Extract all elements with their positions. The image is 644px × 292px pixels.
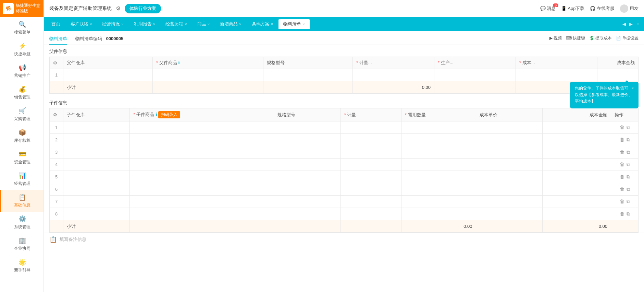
child-row-8-unit-cost[interactable] xyxy=(476,208,542,220)
sidebar-item-finance[interactable]: 💳 资金管理 xyxy=(0,147,44,168)
child-row-8-quantity[interactable] xyxy=(401,208,476,220)
child-row-1-warehouse[interactable] xyxy=(63,121,130,134)
child-row-7-unit[interactable] xyxy=(340,196,401,208)
child-row-8-goods[interactable] xyxy=(130,208,274,220)
delete-row-6-button[interactable]: 🗑 xyxy=(620,186,624,192)
delete-row-4-button[interactable]: 🗑 xyxy=(620,162,624,167)
parent-row-1-unit[interactable] xyxy=(353,69,434,81)
copy-row-6-button[interactable]: ⧉ xyxy=(627,186,630,192)
close-operations-tab[interactable]: × xyxy=(121,22,123,26)
view-video-button[interactable]: ▶ 视频 xyxy=(549,35,562,41)
sidebar-item-marketing[interactable]: 📢 营销推广 xyxy=(0,60,44,82)
close-all-tabs-button[interactable]: ≡ xyxy=(635,20,641,28)
delete-row-2-button[interactable]: 🗑 xyxy=(620,137,624,143)
child-row-8-warehouse[interactable] xyxy=(63,208,130,220)
online-service[interactable]: 🎧 在线客服 xyxy=(590,5,615,12)
child-row-1-unit-cost[interactable] xyxy=(476,121,542,134)
delete-row-5-button[interactable]: 🗑 xyxy=(620,174,624,180)
sidebar-item-purchase[interactable]: 🛒 采购管理 xyxy=(0,104,44,125)
child-row-6-unit-cost[interactable] xyxy=(476,183,542,196)
child-row-3-spec[interactable] xyxy=(274,146,340,159)
copy-row-2-button[interactable]: ⧉ xyxy=(627,137,630,143)
child-row-7-warehouse[interactable] xyxy=(63,196,130,208)
trial-button[interactable]: 体验行业方案 xyxy=(125,4,161,13)
child-row-2-cost-amount[interactable] xyxy=(543,134,611,146)
single-setting-button[interactable]: 📄 单据设置 xyxy=(616,35,639,41)
child-row-3-unit-cost[interactable] xyxy=(476,146,542,159)
message-badge[interactable]: 💬 消息 6 xyxy=(540,5,556,12)
child-row-6-unit[interactable] xyxy=(340,183,401,196)
child-row-8-unit[interactable] xyxy=(340,208,401,220)
child-row-6-goods[interactable] xyxy=(130,183,274,196)
sidebar-item-enterprise[interactable]: 🏢 企业协同 xyxy=(0,233,44,255)
close-bom-tab[interactable]: × xyxy=(302,22,305,26)
parent-row-1-cost[interactable] xyxy=(516,69,597,81)
child-row-3-goods[interactable] xyxy=(130,146,274,159)
sidebar-item-operations[interactable]: 📊 经营管理 xyxy=(0,168,44,190)
parent-col-settings[interactable]: ⚙ xyxy=(50,57,63,69)
parent-row-1-goods[interactable] xyxy=(153,69,263,81)
child-row-7-cost-amount[interactable] xyxy=(543,196,611,208)
parent-row-1-spec[interactable] xyxy=(263,69,353,81)
child-row-2-goods[interactable] xyxy=(130,134,274,146)
tab-prev-button[interactable]: ◀ xyxy=(622,20,627,28)
child-row-7-quantity[interactable] xyxy=(401,196,476,208)
tab-bom[interactable]: 物料清单 × xyxy=(278,19,309,29)
copy-row-3-button[interactable]: ⧉ xyxy=(627,149,630,155)
child-row-4-spec[interactable] xyxy=(274,159,340,171)
sidebar-item-basic-info[interactable]: 📋 基础信息 xyxy=(0,190,44,212)
sidebar-item-guide[interactable]: 🌟 新手引导 xyxy=(0,255,44,277)
tab-history[interactable]: 经营历程 × xyxy=(161,19,191,29)
scan-input-button[interactable]: 扫码录入 xyxy=(158,111,180,118)
sidebar-item-sales[interactable]: 💰 销售管理 xyxy=(0,82,44,104)
child-row-6-cost-amount[interactable] xyxy=(543,183,611,196)
child-row-1-cost-amount[interactable] xyxy=(543,121,611,134)
child-row-4-unit-cost[interactable] xyxy=(476,159,542,171)
child-row-8-spec[interactable] xyxy=(274,208,340,220)
copy-row-7-button[interactable]: ⧉ xyxy=(627,199,630,205)
child-row-2-unit-cost[interactable] xyxy=(476,134,542,146)
child-row-5-quantity[interactable] xyxy=(401,171,476,183)
tab-new-goods[interactable]: 新增商品 × xyxy=(215,19,246,29)
child-row-7-unit-cost[interactable] xyxy=(476,196,542,208)
child-row-8-cost-amount[interactable] xyxy=(543,208,611,220)
parent-row-1-warehouse[interactable] xyxy=(63,69,153,81)
child-row-6-quantity[interactable] xyxy=(401,183,476,196)
child-row-4-warehouse[interactable] xyxy=(63,159,130,171)
child-row-5-goods[interactable] xyxy=(130,171,274,183)
copy-row-1-button[interactable]: ⧉ xyxy=(627,125,630,130)
child-row-6-warehouse[interactable] xyxy=(63,183,130,196)
child-row-2-quantity[interactable] xyxy=(401,134,476,146)
child-col-settings[interactable]: ⚙ xyxy=(50,108,63,121)
child-row-4-unit[interactable] xyxy=(340,159,401,171)
tooltip-close-button[interactable]: × xyxy=(631,85,634,92)
child-row-1-unit[interactable] xyxy=(340,121,401,134)
child-row-4-quantity[interactable] xyxy=(401,159,476,171)
sub-tab-bom-list[interactable]: 物料清单 xyxy=(49,34,67,45)
tab-barcode[interactable]: 条码方案 × xyxy=(247,19,278,29)
parent-row-1-cost-amount[interactable] xyxy=(597,69,639,81)
parent-row-1-produce[interactable] xyxy=(434,69,516,81)
tab-next-button[interactable]: ▶ xyxy=(628,20,633,28)
child-row-2-warehouse[interactable] xyxy=(63,134,130,146)
sidebar-item-inventory[interactable]: 📦 库存核算 xyxy=(0,125,44,147)
sidebar-item-quick-nav[interactable]: ⚡ 快捷导航 xyxy=(0,39,44,60)
child-row-5-warehouse[interactable] xyxy=(63,171,130,183)
delete-row-1-button[interactable]: 🗑 xyxy=(620,125,624,130)
tab-profit[interactable]: 利润报告 × xyxy=(129,19,160,29)
child-row-6-spec[interactable] xyxy=(274,183,340,196)
child-row-5-unit-cost[interactable] xyxy=(476,171,542,183)
close-profit-tab[interactable]: × xyxy=(153,22,155,26)
tab-goods[interactable]: 商品 × xyxy=(193,19,214,29)
child-row-7-spec[interactable] xyxy=(274,196,340,208)
child-row-3-quantity[interactable] xyxy=(401,146,476,159)
delete-row-7-button[interactable]: 🗑 xyxy=(620,199,624,205)
close-barcode-tab[interactable]: × xyxy=(271,22,273,26)
close-history-tab[interactable]: × xyxy=(185,22,187,26)
copy-row-4-button[interactable]: ⧉ xyxy=(627,162,630,167)
close-goods-tab[interactable]: × xyxy=(208,22,210,26)
app-download[interactable]: 📱 App下载 xyxy=(561,5,584,12)
child-row-3-warehouse[interactable] xyxy=(63,146,130,159)
child-row-3-unit[interactable] xyxy=(340,146,401,159)
delete-row-3-button[interactable]: 🗑 xyxy=(620,149,624,155)
